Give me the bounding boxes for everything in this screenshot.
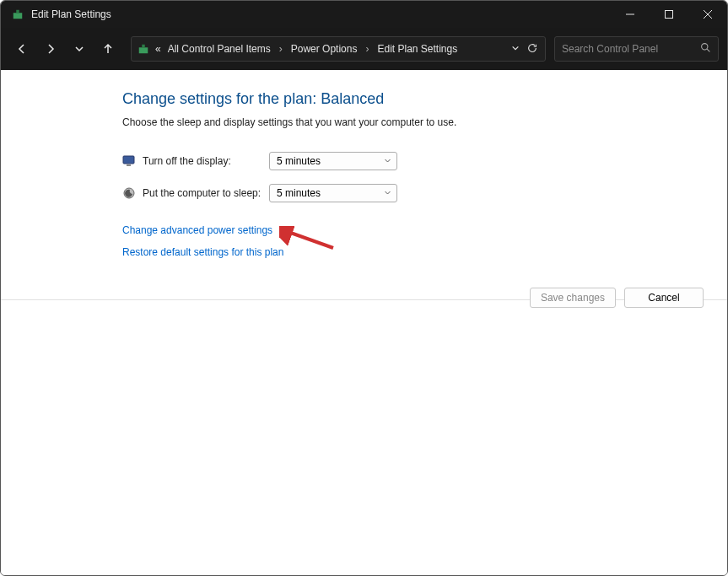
setting-row-sleep: Put the computer to sleep: 5 minutes: [122, 184, 727, 202]
svg-rect-0: [13, 13, 23, 19]
refresh-button[interactable]: [526, 42, 538, 57]
svg-rect-6: [139, 47, 148, 53]
window-title: Edit Plan Settings: [31, 8, 111, 20]
setting-label: Put the computer to sleep:: [143, 187, 269, 199]
svg-point-8: [702, 44, 708, 50]
forward-button[interactable]: [38, 36, 63, 62]
minimize-button[interactable]: [611, 1, 650, 28]
select-value: 5 minutes: [277, 155, 321, 167]
breadcrumb-item[interactable]: Edit Plan Settings: [375, 43, 459, 55]
search-input[interactable]: [562, 43, 700, 55]
chevron-down-icon: [384, 155, 391, 167]
sleep-timeout-select[interactable]: 5 minutes: [269, 184, 397, 202]
svg-rect-10: [123, 156, 134, 164]
breadcrumb-icon: [137, 42, 150, 56]
breadcrumb-dropdown[interactable]: [511, 43, 520, 55]
svg-line-9: [707, 49, 709, 51]
svg-rect-1: [16, 10, 19, 13]
window-frame: Edit Plan Settings « All Control Panel I…: [0, 0, 728, 576]
save-button[interactable]: Save changes: [530, 288, 616, 308]
maximize-button[interactable]: [650, 1, 688, 28]
chevron-right-icon: ›: [362, 43, 372, 55]
button-row: Save changes Cancel: [530, 288, 704, 308]
setting-label: Turn off the display:: [143, 155, 269, 167]
breadcrumb-prefix[interactable]: «: [154, 43, 163, 55]
breadcrumb-item[interactable]: Power Options: [289, 43, 359, 55]
breadcrumb-item[interactable]: All Control Panel Items: [166, 43, 272, 55]
restore-defaults-link[interactable]: Restore default settings for this plan: [122, 246, 283, 258]
chevron-right-icon: ›: [276, 43, 286, 55]
page-title: Change settings for the plan: Balanced: [122, 90, 727, 108]
select-value: 5 minutes: [277, 187, 321, 199]
page-subtitle: Choose the sleep and display settings th…: [122, 116, 727, 128]
display-off-icon: [122, 154, 136, 168]
window-controls: [611, 1, 727, 28]
svg-rect-3: [666, 11, 673, 19]
close-button[interactable]: [688, 1, 727, 28]
cancel-button[interactable]: Cancel: [624, 288, 704, 308]
svg-rect-7: [142, 45, 145, 48]
titlebar: Edit Plan Settings: [1, 1, 727, 28]
advanced-settings-link[interactable]: Change advanced power settings: [122, 224, 272, 236]
search-icon[interactable]: [700, 42, 711, 56]
chevron-down-icon: [384, 187, 391, 199]
breadcrumb[interactable]: « All Control Panel Items › Power Option…: [131, 36, 546, 62]
display-timeout-select[interactable]: 5 minutes: [269, 152, 397, 170]
app-icon: [11, 8, 24, 21]
navbar: « All Control Panel Items › Power Option…: [1, 28, 727, 70]
recent-dropdown[interactable]: [67, 36, 92, 62]
up-button[interactable]: [95, 36, 121, 62]
back-button[interactable]: [9, 36, 35, 62]
sleep-icon: [122, 186, 136, 200]
content-area: Change settings for the plan: Balanced C…: [1, 70, 727, 575]
setting-row-display: Turn off the display: 5 minutes: [122, 152, 727, 170]
svg-rect-11: [127, 164, 131, 166]
search-box[interactable]: [554, 36, 719, 62]
